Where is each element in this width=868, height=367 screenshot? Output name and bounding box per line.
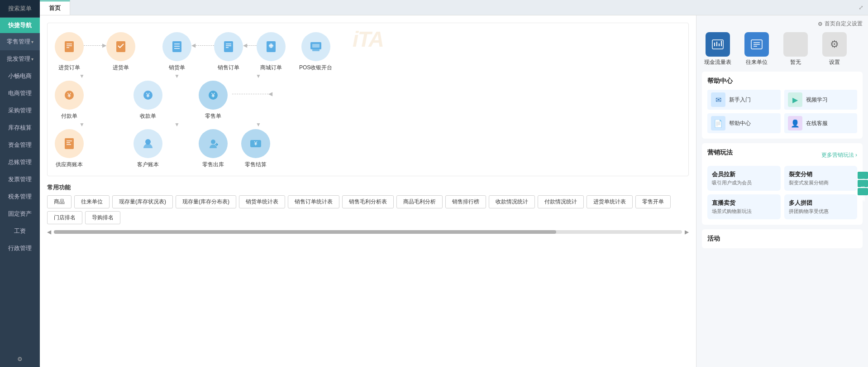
quick-icon-cashflow[interactable]: 现金流量表	[702, 32, 734, 66]
sidebar-search[interactable]: 搜索菜单	[0, 0, 40, 18]
sidebar-item-inventory[interactable]: 库存核算	[0, 119, 40, 136]
sidebar-item-invoice[interactable]: 发票管理	[0, 171, 40, 188]
page-body: iTA 进货订单 ▶	[40, 15, 868, 367]
more-marketing-link[interactable]: 更多营销玩法 ›	[821, 151, 857, 159]
mkt-live-sub: 场景式购物新玩法	[712, 208, 776, 215]
help-item-beginner[interactable]: ✉ 新手入门	[707, 90, 781, 110]
flow-node-retail-out[interactable]: 零售出库	[199, 129, 228, 169]
func-btn-sales-margin[interactable]: 销售毛利分析表	[342, 195, 394, 208]
tab-home[interactable]: 首页	[40, 0, 70, 15]
customer-account-icon	[134, 129, 162, 158]
help-item-video[interactable]: ▶ 视频学习	[784, 90, 858, 110]
payment-icon: ¥	[55, 81, 84, 110]
sidebar-item-label: 库存核算	[8, 124, 32, 132]
func-btn-receipt-stat[interactable]: 收款情况统计	[489, 195, 535, 208]
sidebar-item-assets[interactable]: 固定资产	[0, 205, 40, 222]
sidebar-item-label: 资金管理	[8, 141, 32, 149]
mkt-item-fission[interactable]: 裂变分销 裂变式发展分销商	[784, 166, 858, 191]
none-icon-box	[783, 32, 808, 57]
sales-order-label: 销售订单	[218, 64, 239, 72]
retail-settle-icon: ¥	[241, 129, 270, 158]
sidebar-item-label: 批发管理	[7, 55, 30, 63]
svg-point-31	[211, 140, 215, 144]
func-btn-store-rank[interactable]: 门店排名	[47, 211, 82, 224]
func-btn-stock-status[interactable]: 现存量(库存状况表)	[112, 195, 173, 208]
activity-section: 活动	[702, 229, 863, 248]
help-grid: ✉ 新手入门 ▶ 视频学习 📄 帮助中心 👤 在线客服	[707, 90, 857, 133]
sidebar-item-admin[interactable]: 行政管理	[0, 240, 40, 257]
sidebar-item-ecom-small[interactable]: 小畅电商	[0, 68, 40, 85]
sidebar-item-retail[interactable]: 零售管理 ▾	[0, 33, 40, 50]
func-btn-payment-stat[interactable]: 付款情况统计	[538, 195, 584, 208]
mkt-item-member[interactable]: 会员拉新 吸引用户成为会员	[707, 166, 781, 191]
flow-node-receipt[interactable]: ¥ 收款单	[134, 81, 162, 120]
sidebar-item-finance[interactable]: 资金管理	[0, 136, 40, 154]
svg-text:¥: ¥	[146, 92, 150, 99]
func-btn-sales-rank[interactable]: 销售排行榜	[445, 195, 486, 208]
tab-bar: 首页 ⤢	[40, 0, 868, 15]
flow-node-payment[interactable]: ¥ 付款单	[55, 81, 84, 120]
help-icon-box: 📄	[711, 116, 725, 130]
svg-rect-5	[172, 41, 181, 52]
func-btn-guide-rank[interactable]: 导购排名	[85, 211, 120, 224]
quick-icon-none[interactable]: 暂无	[780, 32, 811, 66]
sidebar-item-wholesale[interactable]: 批发管理 ▾	[0, 50, 40, 68]
flow-node-purchase-receipt[interactable]: 进货单	[106, 32, 135, 72]
scroll-left-btn[interactable]: ◀	[47, 229, 51, 235]
sidebar-item-label: 零售管理	[7, 38, 30, 46]
float-btn-community[interactable]: 服务社区	[858, 180, 868, 187]
flow-node-sales-order[interactable]: 销售订单	[214, 32, 243, 72]
activity-title: 活动	[707, 235, 857, 243]
scrollbar-row: ◀ ▶	[47, 229, 689, 235]
contacts-label: 往来单位	[746, 58, 768, 66]
flow-node-retail-settle[interactable]: ¥ 零售结算	[241, 129, 270, 169]
svg-rect-26	[65, 138, 74, 149]
payment-label: 付款单	[61, 112, 77, 120]
flow-node-sales-receipt[interactable]: 销货单	[162, 32, 191, 72]
sidebar-item-payroll[interactable]: 工资	[0, 222, 40, 240]
sidebar-item-purchase[interactable]: 采购管理	[0, 102, 40, 119]
flow-node-retail-order[interactable]: ¥ 零售单	[199, 81, 228, 120]
func-btn-purchase-stat[interactable]: 进货单统计表	[587, 195, 633, 208]
help-item-service[interactable]: 👤 在线客服	[784, 113, 858, 133]
func-grid: 商品 往来单位 现存量(库存状况表) 现存量(库存分布表) 销货单统计表 销售订…	[47, 195, 689, 224]
mkt-item-live[interactable]: 直播卖货 场景式购物新玩法	[707, 194, 781, 219]
homepage-settings-link[interactable]: ⚙ 首页自定义设置	[818, 20, 863, 28]
func-btn-contacts[interactable]: 往来单位	[74, 195, 110, 208]
video-label: 视频学习	[806, 96, 828, 104]
func-btn-goods[interactable]: 商品	[47, 195, 72, 208]
retail-order-icon: ¥	[199, 81, 228, 110]
float-btn-service[interactable]: 客服热线	[858, 172, 868, 179]
pos-icon	[301, 32, 330, 61]
scroll-track[interactable]	[54, 230, 682, 234]
customer-account-label: 客户账本	[137, 161, 159, 169]
quick-icon-contacts[interactable]: 往来单位	[741, 32, 773, 66]
flow-node-mall-order[interactable]: 商城订单	[257, 32, 286, 72]
help-item-help[interactable]: 📄 帮助中心	[707, 113, 781, 133]
sidebar-item-label: 固定资产	[8, 210, 32, 218]
flow-node-customer-account[interactable]: 客户账本	[134, 129, 162, 169]
func-btn-goods-margin[interactable]: 商品毛利分析	[396, 195, 443, 208]
tab-expand-icon[interactable]: ⤢	[854, 1, 868, 14]
retail-settle-label: 零售结算	[245, 161, 267, 169]
flow-node-supplier-account[interactable]: 供应商账本	[55, 129, 84, 169]
scroll-right-btn[interactable]: ▶	[685, 229, 689, 235]
mall-order-label: 商城订单	[260, 64, 282, 72]
func-btn-retail-order[interactable]: 零售开单	[635, 195, 671, 208]
video-icon: ▶	[788, 92, 802, 107]
flow-node-pos[interactable]: POS收银开台	[299, 32, 332, 72]
func-btn-sales-stat[interactable]: 销货单统计表	[239, 195, 285, 208]
mkt-item-group[interactable]: 多人拼团 拼团购物享受优惠	[784, 194, 858, 219]
sidebar-item-label: 工资	[14, 227, 26, 235]
svg-rect-18	[312, 49, 320, 51]
quick-icon-settings[interactable]: ⚙ 设置	[819, 32, 850, 66]
func-btn-stock-dist[interactable]: 现存量(库存分布表)	[176, 195, 236, 208]
sidebar-settings-icon[interactable]: ⚙	[0, 351, 40, 367]
func-btn-sales-order-stat[interactable]: 销售订单统计表	[288, 195, 339, 208]
float-btn-desktop[interactable]: 桌面快捷	[858, 188, 868, 195]
sidebar-item-ledger[interactable]: 总账管理	[0, 154, 40, 171]
sidebar-item-tax[interactable]: 税务管理	[0, 188, 40, 205]
sidebar-item-ecom-manage[interactable]: 电商管理	[0, 85, 40, 102]
flow-node-purchase-order[interactable]: 进货订单	[55, 32, 84, 72]
contacts-icon-box	[744, 32, 769, 57]
